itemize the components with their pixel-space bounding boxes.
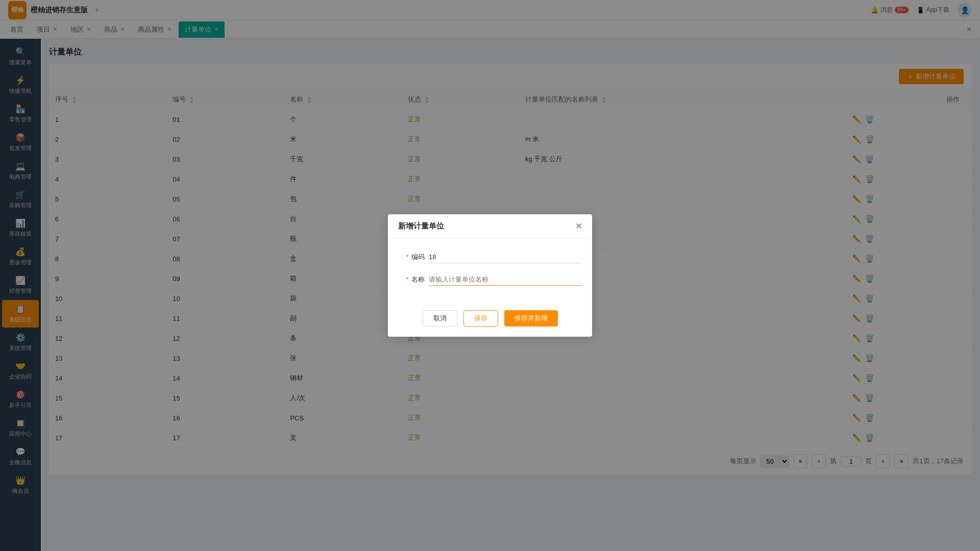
modal-title: 新增计量单位 [398,221,444,231]
name-input[interactable] [429,273,582,286]
cancel-button[interactable]: 取消 [423,310,457,327]
save-and-new-button[interactable]: 保存并新增 [504,310,558,327]
code-required-mark: * [406,253,408,261]
name-required-mark: * [406,276,408,283]
code-input[interactable] [429,251,582,263]
name-field-label: * 名称 [398,275,429,284]
form-row-code: * 编码 [398,251,582,263]
form-row-name: * 名称 [398,273,582,286]
add-unit-modal: 新增计量单位 ✕ * 编码 * 名称 取消 保存 保存并新增 [388,214,592,337]
modal-footer: 取消 保存 保存并新增 [388,304,592,337]
modal-close-button[interactable]: ✕ [575,221,582,231]
modal-overlay[interactable]: 新增计量单位 ✕ * 编码 * 名称 取消 保存 保存并新增 [0,0,980,551]
code-field-label: * 编码 [398,253,429,262]
save-button[interactable]: 保存 [463,310,498,327]
modal-header: 新增计量单位 ✕ [388,214,592,239]
modal-body: * 编码 * 名称 [388,239,592,304]
